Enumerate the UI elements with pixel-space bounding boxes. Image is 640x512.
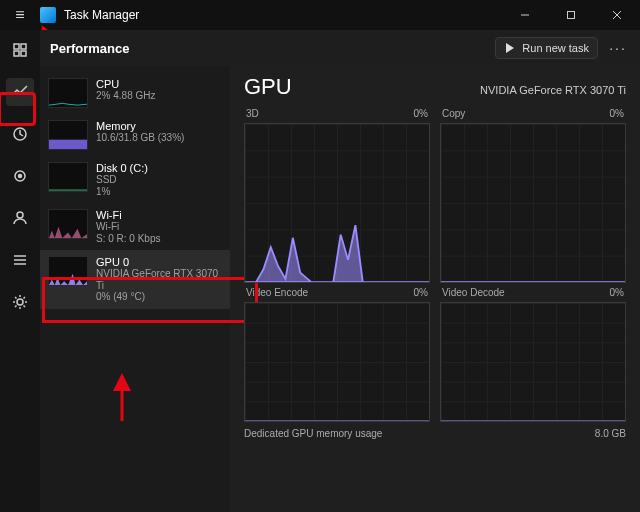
page-header: Performance Run new task ··· <box>40 30 640 66</box>
perf-sub2: 1% <box>96 186 148 198</box>
perf-name: Memory <box>96 120 184 132</box>
chart-label: 3D <box>246 108 259 119</box>
chart-label: Video Encode <box>246 287 308 298</box>
chart-copy[interactable] <box>440 123 626 283</box>
more-button[interactable]: ··· <box>604 34 632 62</box>
hamburger-button[interactable]: ≡ <box>0 0 40 30</box>
chart-label: Video Decode <box>442 287 505 298</box>
perf-thumb-memory <box>48 120 88 150</box>
run-new-task-button[interactable]: Run new task <box>495 37 598 59</box>
svg-rect-4 <box>21 51 26 56</box>
nav-history[interactable] <box>6 120 34 148</box>
nav-users[interactable] <box>6 204 34 232</box>
run-icon <box>504 42 516 54</box>
nav-details[interactable] <box>6 246 34 274</box>
close-button[interactable] <box>594 0 640 30</box>
nav-startup[interactable] <box>6 162 34 190</box>
perf-sub: Wi-Fi <box>96 221 160 233</box>
perf-thumb-gpu <box>48 256 88 286</box>
svg-rect-0 <box>568 12 575 19</box>
perf-item-gpu[interactable]: GPU 0 NVIDIA GeForce RTX 3070 Ti 0% (49 … <box>40 250 230 309</box>
chart-label: Copy <box>442 108 465 119</box>
titlebar: ≡ Task Manager <box>0 0 640 30</box>
nav-rail <box>0 30 40 512</box>
perf-name: Disk 0 (C:) <box>96 162 148 174</box>
gpu-mem-right: 8.0 GB <box>595 428 626 439</box>
perf-sub: NVIDIA GeForce RTX 3070 Ti <box>96 268 222 291</box>
performance-list: CPU 2% 4.88 GHz Memory 10.6/31.8 GB (33%… <box>40 66 230 512</box>
perf-sub: 10.6/31.8 GB (33%) <box>96 132 184 144</box>
chart-video-encode[interactable] <box>244 302 430 422</box>
svg-rect-2 <box>21 44 26 49</box>
chart-video-decode[interactable] <box>440 302 626 422</box>
minimize-button[interactable] <box>502 0 548 30</box>
perf-thumb-wifi <box>48 209 88 239</box>
perf-item-wifi[interactable]: Wi-Fi Wi-Fi S: 0 R: 0 Kbps <box>40 203 230 250</box>
chart-right: 0% <box>414 108 428 119</box>
perf-name: CPU <box>96 78 155 90</box>
nav-processes[interactable] <box>6 36 34 64</box>
perf-item-disk[interactable]: Disk 0 (C:) SSD 1% <box>40 156 230 203</box>
chart-right: 0% <box>610 287 624 298</box>
svg-rect-1 <box>14 44 19 49</box>
app-icon <box>40 7 56 23</box>
perf-sub: SSD <box>96 174 148 186</box>
annotation-arrow-icon <box>110 366 140 426</box>
perf-item-cpu[interactable]: CPU 2% 4.88 GHz <box>40 72 230 114</box>
perf-sub2: S: 0 R: 0 Kbps <box>96 233 160 245</box>
chart-3d[interactable] <box>244 123 430 283</box>
svg-point-8 <box>17 212 23 218</box>
perf-sub2: 0% (49 °C) <box>96 291 222 303</box>
detail-subtitle: NVIDIA GeForce RTX 3070 Ti <box>480 84 626 96</box>
perf-thumb-cpu <box>48 78 88 108</box>
perf-name: Wi-Fi <box>96 209 160 221</box>
svg-rect-3 <box>14 51 19 56</box>
chart-right: 0% <box>610 108 624 119</box>
svg-point-9 <box>17 299 23 305</box>
svg-point-7 <box>19 175 22 178</box>
window-title: Task Manager <box>64 8 139 22</box>
maximize-button[interactable] <box>548 0 594 30</box>
detail-title: GPU <box>244 74 292 100</box>
svg-rect-10 <box>49 140 87 149</box>
chart-right: 0% <box>414 287 428 298</box>
gpu-mem-label: Dedicated GPU memory usage <box>244 428 382 439</box>
perf-thumb-disk <box>48 162 88 192</box>
perf-item-memory[interactable]: Memory 10.6/31.8 GB (33%) <box>40 114 230 156</box>
run-new-task-label: Run new task <box>522 42 589 54</box>
nav-performance[interactable] <box>6 78 34 106</box>
nav-services[interactable] <box>6 288 34 316</box>
perf-sub: 2% 4.88 GHz <box>96 90 155 102</box>
page-title: Performance <box>50 41 129 56</box>
perf-name: GPU 0 <box>96 256 222 268</box>
gpu-detail-pane: GPU NVIDIA GeForce RTX 3070 Ti 3D0% Copy… <box>230 66 640 512</box>
